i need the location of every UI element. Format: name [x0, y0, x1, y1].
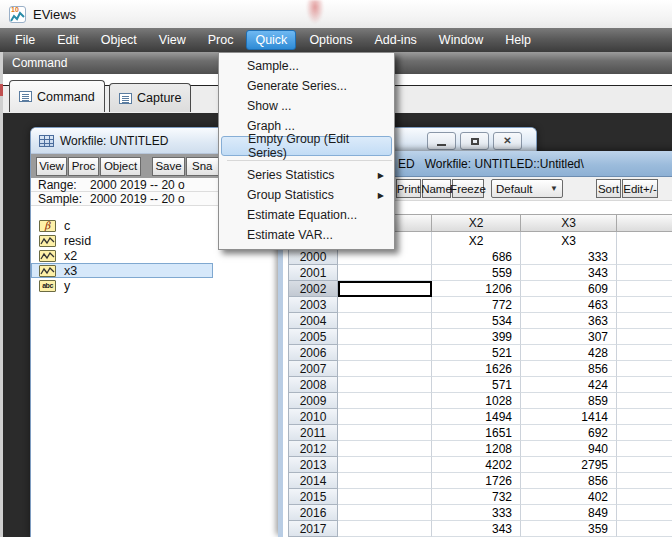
- cell-x3[interactable]: 402: [521, 489, 617, 505]
- cell-empty[interactable]: [338, 473, 432, 489]
- row-header-2004[interactable]: 2004: [288, 313, 338, 329]
- menu-item-empty-group-edit-series[interactable]: Empty Group (Edit Series): [221, 136, 392, 156]
- cell-empty[interactable]: [338, 345, 432, 361]
- cell-x2[interactable]: 686: [432, 249, 521, 265]
- cell-empty[interactable]: [617, 489, 672, 505]
- menu-addins[interactable]: Add-ins: [365, 30, 425, 50]
- cell-empty[interactable]: [338, 441, 432, 457]
- cell-x2[interactable]: 343: [432, 521, 521, 537]
- cell-x2[interactable]: 571: [432, 377, 521, 393]
- row-header-2012[interactable]: 2012: [288, 441, 338, 457]
- menu-options[interactable]: Options: [300, 30, 361, 50]
- object-item-x2[interactable]: x2: [31, 248, 213, 263]
- cell-x3[interactable]: 856: [521, 361, 617, 377]
- cell-x2[interactable]: 1208: [432, 441, 521, 457]
- cell-x3[interactable]: 463: [521, 297, 617, 313]
- row-header-2008[interactable]: 2008: [288, 377, 338, 393]
- print-button[interactable]: Print: [396, 179, 421, 198]
- column-header-x3[interactable]: X3: [521, 214, 617, 232]
- cell-empty[interactable]: [338, 425, 432, 441]
- cell-empty[interactable]: [617, 393, 672, 409]
- menu-item-group-statistics[interactable]: Group Statistics▶: [221, 185, 392, 205]
- cell-x3[interactable]: 333: [521, 249, 617, 265]
- cell-empty[interactable]: [338, 505, 432, 521]
- sort-button[interactable]: Sort: [596, 179, 621, 198]
- proc-button[interactable]: Proc: [68, 157, 99, 176]
- label-cell-x3[interactable]: X3: [521, 232, 617, 249]
- cell-empty[interactable]: [338, 297, 432, 313]
- cell-empty[interactable]: [617, 505, 672, 521]
- cell-empty[interactable]: [338, 393, 432, 409]
- cell-x2[interactable]: 732: [432, 489, 521, 505]
- cell-x3[interactable]: 428: [521, 345, 617, 361]
- minimize-button[interactable]: [427, 132, 456, 150]
- cell-x3[interactable]: 1414: [521, 409, 617, 425]
- cell-x2[interactable]: 1494: [432, 409, 521, 425]
- cell-empty[interactable]: [617, 441, 672, 457]
- cell-x3[interactable]: 359: [521, 521, 617, 537]
- cell-empty[interactable]: [617, 297, 672, 313]
- menu-quick[interactable]: Quick: [246, 30, 296, 50]
- menu-edit[interactable]: Edit: [48, 30, 88, 50]
- selected-cell[interactable]: [338, 281, 432, 297]
- row-header-2007[interactable]: 2007: [288, 361, 338, 377]
- cell-x3[interactable]: 856: [521, 473, 617, 489]
- menu-help[interactable]: Help: [496, 30, 540, 50]
- save-button[interactable]: Save: [152, 157, 185, 176]
- row-header-2013[interactable]: 2013: [288, 457, 338, 473]
- cell-empty[interactable]: [338, 265, 432, 281]
- cell-empty[interactable]: [617, 457, 672, 473]
- cell-x3[interactable]: 343: [521, 265, 617, 281]
- cell-x2[interactable]: 399: [432, 329, 521, 345]
- menu-item-estimate-equation[interactable]: Estimate Equation...: [221, 205, 392, 225]
- menu-proc[interactable]: Proc: [199, 30, 243, 50]
- cell-empty[interactable]: [617, 473, 672, 489]
- menu-item-estimate-var[interactable]: Estimate VAR...: [221, 225, 392, 245]
- freeze-button[interactable]: Freeze: [452, 179, 484, 198]
- row-header-2009[interactable]: 2009: [288, 393, 338, 409]
- object-item-resid[interactable]: resid: [31, 233, 213, 248]
- row-header-2011[interactable]: 2011: [288, 425, 338, 441]
- cell-empty[interactable]: [617, 281, 672, 297]
- name-button[interactable]: Name: [422, 179, 451, 198]
- cell-empty[interactable]: [617, 409, 672, 425]
- cell-empty[interactable]: [338, 521, 432, 537]
- row-header-2014[interactable]: 2014: [288, 473, 338, 489]
- cell-empty[interactable]: [617, 329, 672, 345]
- cell-empty[interactable]: [617, 249, 672, 265]
- maximize-button[interactable]: [460, 132, 489, 150]
- cell-empty[interactable]: [338, 361, 432, 377]
- cell-empty[interactable]: [617, 361, 672, 377]
- main-titlebar[interactable]: 10 EViews: [0, 0, 672, 28]
- menu-item-sample[interactable]: Sample...: [221, 56, 392, 76]
- cell-empty[interactable]: [617, 377, 672, 393]
- cell-empty[interactable]: [617, 265, 672, 281]
- cell-x3[interactable]: 692: [521, 425, 617, 441]
- menu-file[interactable]: File: [6, 30, 44, 50]
- label-cell-x2[interactable]: X2: [432, 232, 521, 249]
- cell-x2[interactable]: 534: [432, 313, 521, 329]
- cell-empty[interactable]: [338, 313, 432, 329]
- menu-view[interactable]: View: [150, 30, 195, 50]
- object-item-c[interactable]: βc: [31, 218, 213, 233]
- cell-empty[interactable]: [617, 425, 672, 441]
- cell-x3[interactable]: 940: [521, 441, 617, 457]
- cell-empty[interactable]: [617, 313, 672, 329]
- cell-x2[interactable]: 333: [432, 505, 521, 521]
- cell-x2[interactable]: 1206: [432, 281, 521, 297]
- menu-item-show[interactable]: Show ...: [221, 96, 392, 116]
- row-header-2017[interactable]: 2017: [288, 521, 338, 537]
- cell-x2[interactable]: 772: [432, 297, 521, 313]
- row-header-2003[interactable]: 2003: [288, 297, 338, 313]
- column-header-x2[interactable]: X2: [432, 214, 521, 232]
- tab-command[interactable]: Command: [9, 80, 105, 112]
- cell-empty[interactable]: [338, 409, 432, 425]
- row-header-2001[interactable]: 2001: [288, 265, 338, 281]
- object-item-x3[interactable]: x3: [31, 263, 213, 278]
- label-cell-empty[interactable]: [617, 232, 672, 249]
- menu-window[interactable]: Window: [430, 30, 492, 50]
- cell-x2[interactable]: 1726: [432, 473, 521, 489]
- cell-x3[interactable]: 307: [521, 329, 617, 345]
- cell-empty[interactable]: [338, 329, 432, 345]
- menu-object[interactable]: Object: [92, 30, 146, 50]
